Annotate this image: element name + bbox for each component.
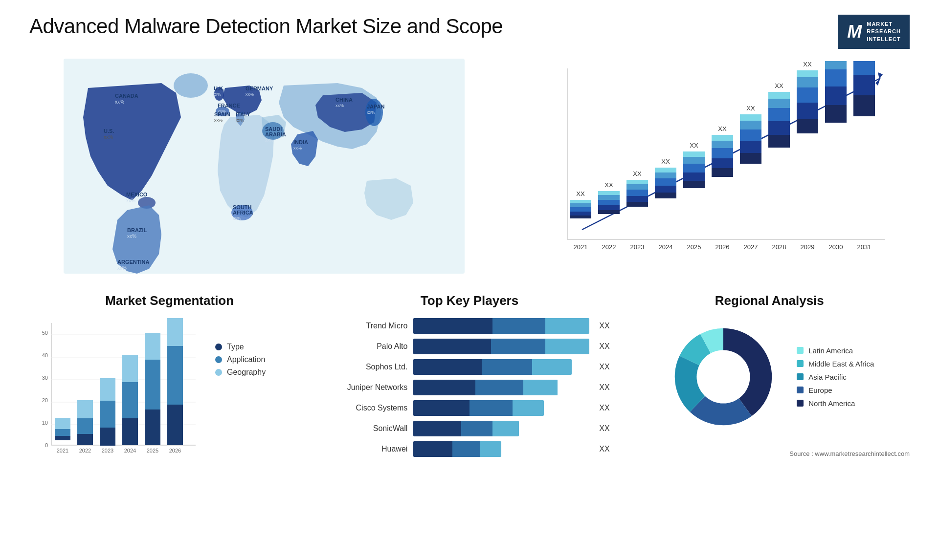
- bar-seg3: [545, 318, 589, 334]
- svg-rect-146: [122, 355, 138, 382]
- svg-text:xx%: xx%: [104, 134, 113, 140]
- player-val-6: XX: [599, 441, 609, 457]
- bar-seg2: [491, 339, 546, 354]
- player-name-2: Sophos Ltd.: [329, 363, 407, 371]
- map-container: U.S. xx% CANADA xx% MEXICO xx% BRAZIL xx…: [29, 59, 499, 274]
- logo-text: MARKET RESEARCH INTELLECT: [867, 21, 901, 43]
- svg-rect-69: [655, 168, 676, 172]
- svg-rect-79: [712, 168, 733, 177]
- svg-rect-133: [55, 429, 70, 436]
- legend-latin-america-label: Latin America: [808, 346, 853, 355]
- player-row-trend-micro: Trend Micro XX: [329, 318, 609, 334]
- bar-2031: XX 2031: [853, 59, 875, 251]
- svg-rect-136: [77, 434, 93, 445]
- svg-rect-81: [712, 148, 733, 158]
- legend-north-america-label: North America: [808, 399, 855, 408]
- svg-text:2022: 2022: [79, 448, 91, 453]
- players-chart: Trend Micro XX Palo Alto: [329, 318, 609, 457]
- donut-legend: Latin America Middle East & Africa Asia …: [797, 346, 874, 408]
- svg-text:XX: XX: [775, 82, 783, 89]
- regional-container: Regional Analysis: [629, 293, 910, 465]
- svg-rect-153: [167, 346, 183, 405]
- svg-rect-150: [145, 333, 160, 360]
- svg-text:2023: 2023: [630, 243, 645, 251]
- svg-rect-100: [797, 119, 818, 133]
- svg-text:XX: XX: [718, 125, 727, 132]
- svg-rect-83: [712, 135, 733, 141]
- segmentation-container: Market Segmentation 0 10 20 30 40 50: [29, 293, 310, 465]
- svg-rect-76: [683, 151, 705, 157]
- player-name-6: Huawei: [329, 445, 407, 453]
- player-val-1: XX: [599, 339, 609, 354]
- svg-text:xx%: xx%: [236, 118, 244, 123]
- player-name-3: Juniper Networks: [329, 383, 407, 392]
- top-section: U.S. xx% CANADA xx% MEXICO xx% BRAZIL xx…: [29, 59, 910, 274]
- svg-text:2026: 2026: [169, 448, 181, 453]
- bar-seg2: [461, 421, 493, 436]
- svg-text:xx%: xx%: [127, 234, 136, 239]
- bar-seg1: [413, 359, 481, 375]
- svg-rect-101: [797, 103, 818, 119]
- segmentation-legend: Type Application Geography: [215, 343, 266, 377]
- svg-rect-88: [740, 129, 761, 141]
- bar-seg2: [475, 380, 523, 395]
- svg-rect-102: [797, 87, 818, 103]
- svg-marker-118: [878, 72, 883, 79]
- world-map: U.S. xx% CANADA xx% MEXICO xx% BRAZIL xx…: [29, 59, 499, 274]
- svg-text:2029: 2029: [801, 243, 815, 251]
- svg-text:INDIA: INDIA: [293, 139, 308, 145]
- svg-text:2025: 2025: [687, 243, 701, 251]
- legend-geography-label: Geography: [227, 368, 266, 377]
- bar-2023: XX 2023: [626, 170, 648, 251]
- regional-title: Regional Analysis: [629, 293, 910, 308]
- bar-2025: XX 2025: [683, 142, 705, 251]
- svg-text:2027: 2027: [744, 243, 758, 251]
- svg-rect-80: [712, 158, 733, 168]
- svg-rect-52: [598, 205, 620, 210]
- svg-text:U.K.: U.K.: [214, 86, 224, 91]
- svg-text:40: 40: [42, 352, 48, 358]
- bar-seg1: [413, 421, 461, 436]
- svg-rect-134: [55, 418, 70, 429]
- svg-text:XX: XX: [633, 170, 642, 177]
- svg-text:CANADA: CANADA: [115, 93, 138, 99]
- logo-area: M MARKET RESEARCH INTELLECT: [838, 15, 910, 49]
- svg-rect-152: [167, 405, 183, 445]
- legend-middle-east-box: [797, 360, 804, 367]
- donut-svg: [665, 318, 782, 435]
- player-row-sonicwall: SonicWall XX: [329, 421, 609, 436]
- player-bar-1: [413, 339, 589, 354]
- svg-rect-68: [655, 172, 676, 178]
- svg-rect-89: [740, 121, 761, 129]
- player-val-3: XX: [599, 380, 609, 395]
- player-row-juniper: Juniper Networks XX: [329, 380, 609, 395]
- bar-2027: XX 2027: [740, 105, 761, 251]
- bar-seg1: [413, 318, 492, 334]
- bar-seg3: [513, 400, 544, 416]
- svg-rect-95: [768, 108, 790, 121]
- svg-text:2021: 2021: [574, 243, 588, 251]
- player-bar-0: [413, 318, 589, 334]
- player-bar-5: [413, 421, 519, 436]
- bar-2026: XX 2026: [712, 125, 733, 251]
- legend-geography-dot: [215, 369, 222, 376]
- player-bar-wrap-6: [413, 441, 589, 457]
- donut-wrap: Latin America Middle East & Africa Asia …: [629, 318, 910, 435]
- svg-rect-51: [598, 210, 620, 214]
- bottom-section: Market Segmentation 0 10 20 30 40 50: [29, 293, 910, 465]
- player-val-4: XX: [599, 400, 609, 416]
- players-title: Top Key Players: [329, 293, 609, 308]
- legend-application-dot: [215, 356, 222, 363]
- svg-rect-46: [570, 207, 591, 212]
- svg-text:ARABIA: ARABIA: [265, 131, 286, 137]
- legend-north-america-box: [797, 400, 804, 407]
- svg-text:2026: 2026: [715, 243, 730, 251]
- player-val-2: XX: [599, 359, 609, 375]
- svg-rect-110: [825, 61, 847, 69]
- svg-text:2031: 2031: [857, 243, 872, 251]
- player-bar-2: [413, 359, 572, 375]
- svg-text:XX: XX: [690, 142, 698, 149]
- svg-text:2030: 2030: [829, 243, 843, 251]
- bar-seg2: [470, 400, 513, 416]
- legend-middle-east: Middle East & Africa: [797, 360, 874, 368]
